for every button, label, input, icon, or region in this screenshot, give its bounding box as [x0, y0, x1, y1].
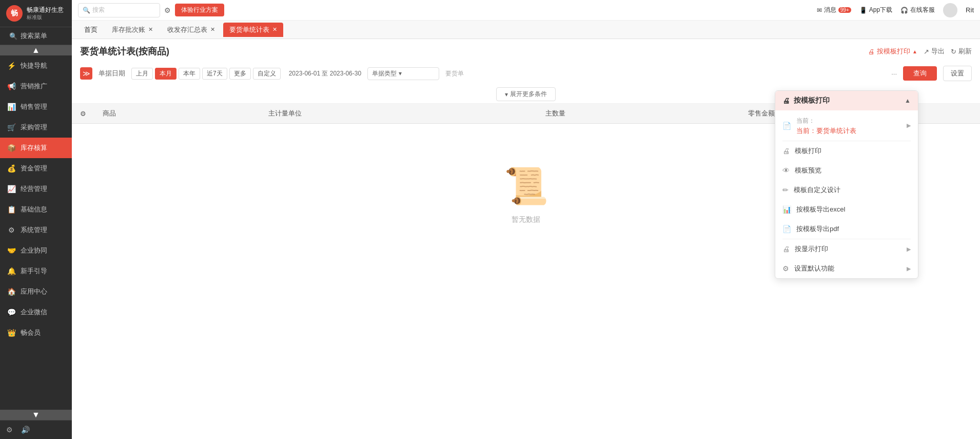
sidebar-item-label: 资金管理 — [21, 164, 47, 173]
date-option-近7天[interactable]: 近7天 — [202, 68, 227, 80]
dropdown-header-left: 🖨 按模板打印 — [782, 96, 830, 105]
dropdown-section-default-func[interactable]: ⚙设置默认功能▶ — [775, 259, 918, 278]
sidebar-item-finance[interactable]: 💰资金管理 — [0, 158, 72, 179]
export-icon: ↗ — [924, 48, 929, 55]
sidebar-item-app-center[interactable]: 🏠应用中心 — [0, 281, 72, 302]
topbar-search-box[interactable]: 🔍 搜索 — [78, 3, 160, 17]
tab-home[interactable]: 首页 — [78, 23, 104, 37]
template-print-icon: 🖨 — [782, 147, 790, 155]
sidebar-item-label: 新手引导 — [21, 266, 47, 276]
online-service-label: 在线客服 — [910, 6, 935, 14]
print-template-btn[interactable]: 🖨 按模板打印 ▲ — [868, 47, 917, 56]
app-download-item[interactable]: 📱 App下载 — [859, 6, 892, 14]
current-icon: 📄 — [782, 122, 791, 130]
page-actions: 🖨 按模板打印 ▲ ↗ 导出 ↻ 刷新 — [868, 47, 972, 56]
sidebar-item-marketing[interactable]: 📢营销推广 — [0, 76, 72, 97]
sidebar-item-purchase[interactable]: 🛒采购管理 — [0, 117, 72, 138]
dropdown-item-label: 模板打印 — [795, 146, 821, 156]
settings-btn[interactable]: 设置 — [943, 66, 972, 81]
tab-receipt-summary[interactable]: 收发存汇总表✕ — [161, 23, 221, 37]
message-icon: ✉ — [817, 7, 822, 14]
empty-illustration: 📜 — [504, 165, 548, 207]
message-label: 消息 — [824, 6, 836, 14]
col-header-qty: 主数量 — [537, 104, 740, 124]
expand-label: 展开更多条件 — [510, 90, 547, 99]
dropdown-popup: 🖨 按模板打印 ▲ 📄 当前： 当前：要货单统计表 ▶ 🖨模板打印👁模板预览✏模… — [775, 90, 918, 279]
dropdown-item-template-preview[interactable]: 👁模板预览 — [775, 161, 918, 180]
default-func-icon: ⚙ — [782, 264, 789, 273]
filter-toggle[interactable]: ≫ — [80, 67, 92, 80]
page-header: 要货单统计表(按商品) 🖨 按模板打印 ▲ ↗ 导出 ↻ 刷新 — [72, 39, 980, 62]
order-type-select[interactable]: 单据类型 ▾ — [367, 67, 439, 80]
sidebar-item-guide[interactable]: 🔔新手引导 — [0, 261, 72, 281]
sidebar-scroll-up[interactable]: ▲ — [0, 45, 72, 55]
settings-icon[interactable]: ⚙ — [6, 426, 13, 434]
logo-text: 畅康通好生意 标准版 — [27, 6, 64, 22]
sidebar-item-label: 基础信息 — [21, 205, 47, 214]
sidebar-item-label: 销售管理 — [21, 102, 47, 111]
sidebar-item-operation[interactable]: 📈经营管理 — [0, 179, 72, 199]
more-options-btn[interactable]: ··· — [891, 70, 897, 78]
dropdown-item-export-pdf[interactable]: 📄按模板导出pdf — [775, 219, 918, 239]
query-btn[interactable]: 查询 — [903, 66, 937, 81]
refresh-icon: ↻ — [951, 48, 956, 55]
logo-name: 畅康通好生意 — [27, 6, 64, 14]
topbar-right: ✉ 消息 99+ 📱 App下载 🎧 在线客服 Rit — [817, 3, 974, 17]
export-btn[interactable]: ↗ 导出 — [924, 47, 945, 56]
sidebar-item-label: 应用中心 — [21, 287, 47, 296]
app-download-label: App下载 — [869, 6, 892, 14]
dropdown-item-template-design[interactable]: ✏模板自定义设计 — [775, 180, 918, 200]
finance-icon: 💰 — [6, 163, 16, 174]
date-option-上月[interactable]: 上月 — [131, 68, 153, 80]
dropdown-item-label: 按模板导出pdf — [796, 224, 839, 234]
dropdown-item-export-excel[interactable]: 📊按模板导出excel — [775, 200, 918, 219]
page-area: 要货单统计表(按商品) 🖨 按模板打印 ▲ ↗ 导出 ↻ 刷新 ≫ — [72, 39, 980, 439]
template-design-icon: ✏ — [782, 186, 789, 194]
basic-icon: 📋 — [6, 204, 16, 215]
display-print-icon: 🖨 — [782, 245, 790, 253]
tab-close-icon[interactable]: ✕ — [272, 26, 277, 33]
date-option-更多[interactable]: 更多 — [229, 68, 251, 80]
col-header-settings[interactable]: ⚙ — [72, 104, 94, 124]
section-arrow-icon: ▶ — [907, 246, 911, 253]
refresh-btn[interactable]: ↻ 刷新 — [951, 47, 972, 56]
sidebar-item-quick-nav[interactable]: ⚡快捷导航 — [0, 55, 72, 76]
user-avatar[interactable] — [943, 3, 957, 17]
sidebar-item-member[interactable]: 👑畅会员 — [0, 322, 72, 343]
tab-close-icon[interactable]: ✕ — [148, 26, 153, 33]
sidebar-item-sales[interactable]: 📊销售管理 — [0, 97, 72, 117]
tab-batch-account[interactable]: 库存批次账✕ — [106, 23, 159, 37]
sales-icon: 📊 — [6, 102, 16, 112]
search-icon: 🔍 — [9, 32, 17, 40]
date-option-本年[interactable]: 本年 — [179, 68, 200, 80]
audio-icon[interactable]: 🔊 — [21, 426, 30, 434]
sidebar-item-wechat[interactable]: 💬企业微信 — [0, 302, 72, 322]
sidebar-item-label: 营销推广 — [21, 82, 47, 91]
message-item[interactable]: ✉ 消息 99+ — [817, 6, 851, 14]
tab-order-stats[interactable]: 要货单统计表✕ — [223, 23, 283, 37]
date-option-本月[interactable]: 本月 — [155, 68, 177, 80]
tabs-bar: 首页库存批次账✕收发存汇总表✕要货单统计表✕ — [72, 21, 980, 39]
dropdown-collapse-icon[interactable]: ▲ — [905, 97, 911, 104]
current-label: 当前： — [796, 116, 856, 126]
sidebar-item-enterprise[interactable]: 🤝企业协同 — [0, 240, 72, 261]
dropdown-current[interactable]: 📄 当前： 当前：要货单统计表 ▶ — [775, 110, 918, 141]
print-arrow-icon: ▲ — [912, 49, 917, 54]
dropdown-item-label: 模板自定义设计 — [794, 185, 840, 195]
dropdown-item-template-print[interactable]: 🖨模板打印 — [775, 141, 918, 161]
sidebar-search[interactable]: 🔍 搜索菜单 — [0, 27, 72, 45]
sidebar-item-inventory[interactable]: 📦库存核算 — [0, 138, 72, 158]
date-option-自定义[interactable]: 自定义 — [253, 68, 281, 80]
sidebar-scroll-down[interactable]: ▼ — [0, 410, 72, 420]
topbar-gear-icon[interactable]: ⚙ — [164, 6, 171, 14]
current-arrow: ▶ — [907, 122, 911, 129]
tab-close-icon[interactable]: ✕ — [210, 26, 215, 33]
sidebar-item-system[interactable]: ⚙系统管理 — [0, 220, 72, 240]
expand-more-btn[interactable]: ▾ 展开更多条件 — [496, 87, 556, 101]
dropdown-section-display-print[interactable]: 🖨按显示打印▶ — [775, 239, 918, 259]
online-service-item[interactable]: 🎧 在线客服 — [900, 6, 935, 14]
trial-btn[interactable]: 体验行业方案 — [175, 4, 224, 16]
sidebar-item-basic[interactable]: 📋基础信息 — [0, 199, 72, 220]
date-range-text: 2023-06-01 至 2023-06-30 — [289, 69, 361, 78]
topbar-search-placeholder: 搜索 — [92, 6, 105, 14]
